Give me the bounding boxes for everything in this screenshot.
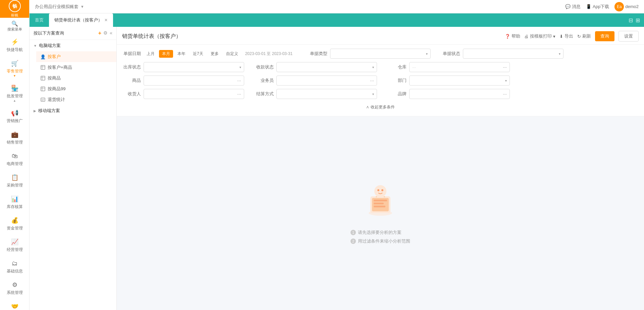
sidebar-item-retail[interactable]: 🛒 零售管理 ▼ xyxy=(0,56,30,81)
add-scheme-button[interactable]: + xyxy=(98,30,101,36)
salesperson-more-icon[interactable]: ··· xyxy=(370,78,374,83)
tab-expand-button[interactable]: ⊞ xyxy=(636,17,640,23)
help-button[interactable]: ❓ 帮助 xyxy=(505,33,520,39)
cooperation-icon: 🤝 xyxy=(11,302,19,310)
goods-more-icon[interactable]: ··· xyxy=(237,78,241,83)
receiver-more-icon[interactable]: ··· xyxy=(237,91,241,97)
refresh-icon: ↻ xyxy=(577,34,581,39)
settlement-select[interactable]: ▾ xyxy=(276,89,377,99)
search-menu-item[interactable]: 🔍 搜索菜单 xyxy=(0,18,30,35)
sidebar-item-finance[interactable]: 💰 资金管理 xyxy=(0,213,30,235)
receiver-input[interactable]: ··· xyxy=(144,89,244,99)
system-icon: ⚙ xyxy=(11,281,19,289)
tab-home[interactable]: 首页 xyxy=(30,13,49,27)
sidebar-item-ecommerce[interactable]: 🛍 电商管理 xyxy=(0,149,30,170)
payment-dropdown-icon: ▾ xyxy=(372,65,374,69)
date-current-year-btn[interactable]: 本年 xyxy=(174,50,189,58)
sidebar-item-basic[interactable]: 🗂 基础信息 xyxy=(0,256,30,277)
print-dropdown-icon: ▾ xyxy=(553,34,555,39)
date-current-month-btn[interactable]: 本月 xyxy=(159,50,173,58)
out-status-select[interactable]: ▾ xyxy=(144,62,244,72)
date-range-display: 2023-03-01 至 2023-03-31 xyxy=(245,51,292,57)
salesperson-input[interactable]: ··· xyxy=(276,75,377,86)
department-label: 部门 xyxy=(388,78,407,84)
inventory-icon: 📊 xyxy=(11,195,19,203)
tab-sales-stats[interactable]: 销货单统计表（按客户） ✕ xyxy=(49,13,113,27)
page-actions: ❓ 帮助 🖨 按模板打印 ▾ ⬇ 导出 ↻ 刷新 xyxy=(505,31,639,42)
sidebar-item-operation[interactable]: 📈 经营管理 xyxy=(0,235,30,256)
sidebar-item-sales[interactable]: 💼 销售管理 xyxy=(0,127,30,149)
customer-icon: 👤 xyxy=(40,54,46,59)
svg-rect-5 xyxy=(41,76,45,80)
tree-child-by-customer[interactable]: 👤 按客户 xyxy=(36,51,116,62)
tree-parent-pc[interactable]: ▼ 电脑端方案 xyxy=(30,40,116,51)
date-custom-btn[interactable]: 自定义 xyxy=(223,50,241,58)
filter-warehouse: 仓库 ··· ··· xyxy=(388,62,510,72)
tip-num-1: 1 xyxy=(351,230,356,235)
tree-child-by-goods-99[interactable]: 按商品99 xyxy=(36,84,116,94)
app-download-button[interactable]: 📱 App下载 xyxy=(586,4,609,10)
collapse-panel-button[interactable]: « xyxy=(110,30,112,36)
filter-goods: 商品 ··· xyxy=(122,75,244,86)
main-wrapper: 办公用品行业模拟账套 ▾ 💬 消息 📱 App下载 Ea demo2 首页 xyxy=(30,0,644,310)
sidebar-item-purchase[interactable]: 📋 采购管理 xyxy=(0,170,30,192)
department-select[interactable]: ▾ xyxy=(409,75,510,86)
print-button[interactable]: 🖨 按模板打印 ▾ xyxy=(524,33,555,39)
tab-minimize-button[interactable]: ⊟ xyxy=(629,17,633,23)
svg-rect-8 xyxy=(41,87,45,91)
status-select[interactable]: ▾ xyxy=(463,49,564,59)
query-button[interactable]: 查询 xyxy=(595,31,614,41)
receiver-label: 收货人 xyxy=(122,91,141,97)
collapse-filters-button[interactable]: ∧ 收起更多条件 xyxy=(366,102,394,112)
settings-button[interactable]: 设置 xyxy=(619,31,639,42)
tree-child-by-goods[interactable]: 按商品 xyxy=(36,73,116,84)
export-button[interactable]: ⬇ 导出 xyxy=(559,33,573,39)
message-button[interactable]: 💬 消息 xyxy=(565,4,581,10)
goods-input[interactable]: ··· xyxy=(144,75,244,86)
tab-expand-buttons: ⊟ ⊞ xyxy=(629,17,644,23)
type-select[interactable]: ▾ xyxy=(330,49,431,59)
date-last-month-btn[interactable]: 上月 xyxy=(144,50,158,58)
retail-icon: 🛒 xyxy=(11,59,19,67)
sales-icon: 💼 xyxy=(11,131,19,139)
warehouse-more-icon[interactable]: ··· xyxy=(503,64,507,70)
date-quick-buttons: 上月 本月 本年 近7天 更多 自定义 xyxy=(144,50,241,58)
warehouse-label: 仓库 xyxy=(388,64,407,70)
date-more-btn[interactable]: 更多 xyxy=(208,50,222,58)
logo-icon: 畅 xyxy=(9,0,21,12)
tree-child-return-stats[interactable]: 退货统计 xyxy=(36,94,116,105)
breadcrumb-text: 办公用品行业模拟账套 xyxy=(35,4,78,10)
settings-scheme-button[interactable]: ⚙ xyxy=(103,30,108,36)
date-label: 单据日期 xyxy=(122,51,141,57)
sidebar-item-inventory[interactable]: 📊 库存核算 xyxy=(0,192,30,213)
brand-input[interactable]: ··· xyxy=(409,89,510,99)
tree-expand-icon: ▼ xyxy=(34,44,37,48)
out-status-dropdown-icon: ▾ xyxy=(239,65,241,69)
payment-status-label: 收款状态 xyxy=(255,64,274,70)
date-last-7days-btn[interactable]: 近7天 xyxy=(190,50,206,58)
brand-more-icon[interactable]: ··· xyxy=(503,91,507,97)
empty-tip-1: 1 请先选择要分析的方案 xyxy=(351,228,410,237)
sidebar: 畅 标账 🔍 搜索菜单 ⚡ 快捷导航 🛒 零售管理 ▼ 🏪 批发管理 ▲ 📢 营… xyxy=(0,0,30,310)
tree-child-by-customer-goods[interactable]: 按客户+商品 xyxy=(36,62,116,73)
sidebar-item-cooperation[interactable]: 🤝 企业协同 xyxy=(0,299,30,310)
svg-point-21 xyxy=(377,189,379,191)
breadcrumb-dropdown-icon[interactable]: ▾ xyxy=(81,4,84,9)
tree-parent-mobile[interactable]: ▶ 移动端方案 xyxy=(30,105,116,116)
sidebar-item-wholesale[interactable]: 🏪 批发管理 ▲ xyxy=(0,81,30,106)
payment-status-select[interactable]: ▾ xyxy=(276,62,377,72)
tab-close-button[interactable]: ✕ xyxy=(104,18,108,22)
sidebar-item-system[interactable]: ⚙ 系统管理 xyxy=(0,277,30,299)
svg-rect-2 xyxy=(41,65,45,69)
sidebar-item-marketing[interactable]: 📢 营销推广 xyxy=(0,106,30,127)
svg-text:畅: 畅 xyxy=(12,3,17,9)
filter-payment-status: 收款状态 ▾ xyxy=(255,62,377,72)
avatar: Ea xyxy=(614,2,624,11)
left-panel-title: 按以下方案查询 xyxy=(34,30,64,36)
left-panel: 按以下方案查询 + ⚙ « ▼ 电脑端方案 👤 按客户 xyxy=(30,27,117,310)
sidebar-item-quicknav[interactable]: ⚡ 快捷导航 xyxy=(0,35,30,56)
left-panel-actions: + ⚙ « xyxy=(98,30,112,36)
user-avatar-button[interactable]: Ea demo2 xyxy=(614,2,639,11)
refresh-button[interactable]: ↻ 刷新 xyxy=(577,33,591,39)
warehouse-input[interactable]: ··· ··· xyxy=(409,62,510,72)
